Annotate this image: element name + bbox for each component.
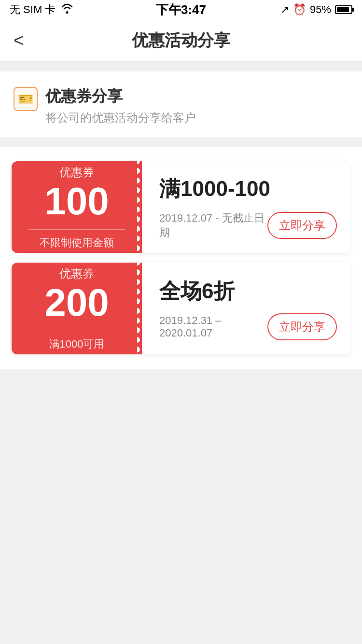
coupon-dates-1: 2019.12.07 - 无截止日期 — [159, 211, 267, 240]
coupon-left-1: 优惠券 100 不限制使用金额 — [12, 161, 142, 253]
coupon-name-2: 全场6折 — [159, 277, 337, 306]
coupon-left-2: 优惠券 200 满1000可用 — [12, 263, 142, 354]
coupon-dates-2: 2019.12.31 – 2020.01.07 — [159, 314, 267, 339]
svg-point-0 — [66, 12, 69, 14]
battery-icon — [335, 5, 352, 14]
coupon-amount-1: 100 — [44, 182, 109, 221]
battery-percent: 95% — [310, 3, 331, 16]
coupon-share-button-1[interactable]: 立即分享 — [267, 212, 337, 239]
section-title: 优惠券分享 — [45, 86, 196, 107]
coupon-label-2: 优惠券 — [59, 266, 94, 281]
coupon-amount-2: 200 — [44, 283, 109, 322]
wifi-icon — [60, 3, 74, 16]
coupon-label-1: 优惠券 — [59, 165, 94, 180]
coupon-right-2: 全场6折 2019.12.31 – 2020.01.07 立即分享 — [142, 263, 350, 354]
coupon-share-button-2[interactable]: 立即分享 — [267, 313, 337, 340]
location-icon: ↗ — [280, 3, 289, 16]
carrier-text: 无 SIM 卡 — [10, 2, 56, 17]
coupon-card-2: 优惠券 200 满1000可用 全场6折 2019.12.31 – 2020.0… — [12, 263, 350, 354]
coupon-card-1: 优惠券 100 不限制使用金额 满1000-100 2019.12.07 - 无… — [12, 161, 350, 253]
section-subtitle: 将公司的优惠活动分享给客户 — [45, 110, 196, 126]
coupon-divider-1 — [28, 229, 125, 230]
nav-title: 优惠活动分享 — [132, 29, 230, 52]
coupon-divider-2 — [28, 331, 125, 331]
empty-area — [0, 369, 362, 644]
back-button[interactable]: < — [14, 30, 24, 51]
status-right: ↗ ⏰ 95% — [280, 3, 352, 16]
status-time: 下午3:47 — [156, 1, 206, 18]
coupon-meta-row-2: 2019.12.31 – 2020.01.07 立即分享 — [159, 313, 337, 340]
status-left: 无 SIM 卡 — [10, 2, 74, 17]
nav-bar: < 优惠活动分享 — [0, 19, 362, 62]
coupon-condition-2: 满1000可用 — [49, 337, 105, 351]
section-text-group: 优惠券分享 将公司的优惠活动分享给客户 — [45, 86, 196, 126]
coupon-condition-1: 不限制使用金额 — [40, 236, 114, 250]
alarm-icon: ⏰ — [293, 3, 306, 16]
coupon-right-1: 满1000-100 2019.12.07 - 无截止日期 立即分享 — [142, 161, 350, 253]
coupon-name-1: 满1000-100 — [159, 175, 337, 203]
coupon-meta-row-1: 2019.12.07 - 无截止日期 立即分享 — [159, 211, 337, 240]
section-header: 🎫 优惠券分享 将公司的优惠活动分享给客户 — [0, 71, 362, 137]
coupon-list: 优惠券 100 不限制使用金额 满1000-100 2019.12.07 - 无… — [0, 147, 362, 369]
status-bar: 无 SIM 卡 下午3:47 ↗ ⏰ 95% — [0, 0, 362, 19]
coupon-icon: 🎫 — [14, 87, 38, 111]
